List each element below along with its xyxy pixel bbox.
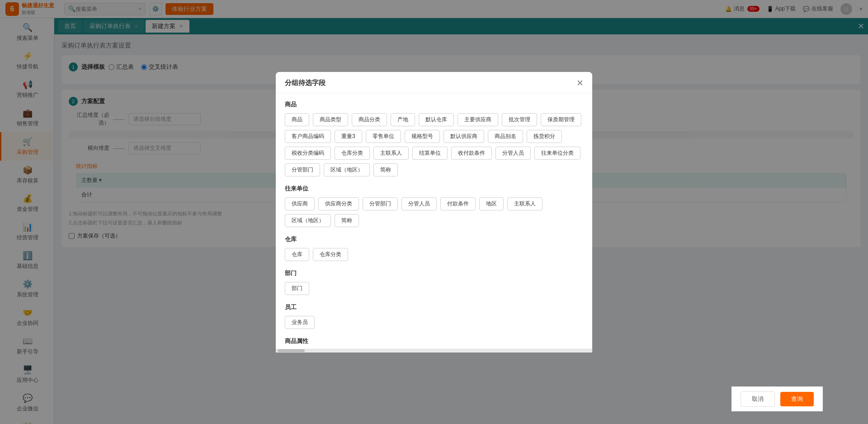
field-chip-0-5[interactable]: 主要供应商 bbox=[458, 113, 498, 126]
field-chip-0-10[interactable]: 零售单位 bbox=[366, 130, 401, 143]
cancel-button[interactable]: 取消 bbox=[741, 391, 775, 407]
field-chip-0-12[interactable]: 默认供应商 bbox=[443, 130, 484, 143]
field-chip-0-11[interactable]: 规格型号 bbox=[405, 130, 440, 143]
field-chip-0-3[interactable]: 产地 bbox=[391, 113, 415, 126]
field-group-title-3: 部门 bbox=[285, 269, 583, 277]
field-chips-1: 供应商供应商分类分管部门分管人员付款条件地区主联系人区域（地区）简称 bbox=[285, 197, 583, 227]
field-chip-1-1[interactable]: 供应商分类 bbox=[318, 197, 359, 210]
field-chip-0-24[interactable]: 简称 bbox=[373, 163, 398, 176]
field-chip-1-0[interactable]: 供应商 bbox=[285, 197, 315, 210]
field-group-title-5: 商品属性 bbox=[285, 337, 583, 345]
field-chip-0-8[interactable]: 客户商品编码 bbox=[285, 130, 331, 143]
field-chips-4: 业务员 bbox=[285, 316, 583, 329]
field-chip-1-5[interactable]: 地区 bbox=[479, 197, 504, 210]
modal-footer: 取消 查询 bbox=[731, 386, 823, 411]
field-chip-2-1[interactable]: 仓库分类 bbox=[313, 248, 348, 261]
modal-body: 商品商品商品类型商品分类产地默认仓库主要供应商批次管理保质期管理客户商品编码重量… bbox=[276, 93, 592, 349]
modal-horizontal-scrollbar[interactable] bbox=[276, 349, 592, 352]
field-chip-2-0[interactable]: 仓库 bbox=[285, 248, 309, 261]
field-chip-0-2[interactable]: 商品分类 bbox=[352, 113, 387, 126]
field-chip-1-8[interactable]: 简称 bbox=[335, 214, 359, 227]
field-group-title-0: 商品 bbox=[285, 100, 583, 109]
field-group-5: 商品属性属性颜色多规格尺码鞋码1 bbox=[285, 337, 583, 349]
field-chip-4-0[interactable]: 业务员 bbox=[285, 316, 315, 329]
field-select-modal: 分组待选字段 ✕ 商品商品商品类型商品分类产地默认仓库主要供应商批次管理保质期管… bbox=[276, 72, 592, 353]
field-chip-0-14[interactable]: 拣货积分 bbox=[527, 130, 562, 143]
field-chip-0-22[interactable]: 分管部门 bbox=[285, 163, 320, 176]
modal-title: 分组待选字段 bbox=[285, 79, 326, 87]
field-group-4: 员工业务员 bbox=[285, 303, 583, 329]
modal-hscroll-thumb[interactable] bbox=[278, 349, 305, 352]
field-chip-0-23[interactable]: 区域（地区） bbox=[324, 163, 370, 176]
field-group-title-1: 往来单位 bbox=[285, 185, 583, 193]
field-group-0: 商品商品商品类型商品分类产地默认仓库主要供应商批次管理保质期管理客户商品编码重量… bbox=[285, 100, 583, 176]
field-chip-1-6[interactable]: 主联系人 bbox=[507, 197, 542, 210]
field-chip-0-7[interactable]: 保质期管理 bbox=[541, 113, 581, 126]
field-chip-0-1[interactable]: 商品类型 bbox=[313, 113, 348, 126]
field-chip-1-7[interactable]: 区域（地区） bbox=[285, 214, 331, 227]
field-group-3: 部门部门 bbox=[285, 269, 583, 295]
modal-header: 分组待选字段 ✕ bbox=[276, 72, 592, 93]
field-chip-0-18[interactable]: 结算单位 bbox=[412, 147, 448, 160]
field-group-1: 往来单位供应商供应商分类分管部门分管人员付款条件地区主联系人区域（地区）简称 bbox=[285, 185, 583, 227]
field-chip-0-4[interactable]: 默认仓库 bbox=[419, 113, 454, 126]
field-chip-0-15[interactable]: 税收分类编码 bbox=[285, 147, 331, 160]
confirm-button[interactable]: 查询 bbox=[780, 392, 814, 406]
field-chip-0-21[interactable]: 往来单位分类 bbox=[534, 147, 580, 160]
field-chip-0-19[interactable]: 收付款条件 bbox=[451, 147, 492, 160]
modal-close-button[interactable]: ✕ bbox=[576, 78, 583, 88]
field-chips-2: 仓库仓库分类 bbox=[285, 248, 583, 261]
field-chip-0-0[interactable]: 商品 bbox=[285, 113, 309, 126]
field-chip-0-17[interactable]: 主联系人 bbox=[373, 147, 409, 160]
field-chip-0-13[interactable]: 商品别名 bbox=[488, 130, 523, 143]
field-chip-1-2[interactable]: 分管部门 bbox=[363, 197, 398, 210]
field-chips-0: 商品商品类型商品分类产地默认仓库主要供应商批次管理保质期管理客户商品编码重量3零… bbox=[285, 113, 583, 176]
field-chip-1-3[interactable]: 分管人员 bbox=[401, 197, 437, 210]
field-chip-1-4[interactable]: 付款条件 bbox=[440, 197, 476, 210]
field-chip-0-20[interactable]: 分管人员 bbox=[495, 147, 531, 160]
field-chip-0-9[interactable]: 重量3 bbox=[335, 130, 362, 143]
field-group-title-2: 仓库 bbox=[285, 235, 583, 243]
field-chips-3: 部门 bbox=[285, 282, 583, 295]
field-chip-3-0[interactable]: 部门 bbox=[285, 282, 309, 295]
modal-overlay[interactable]: 分组待选字段 ✕ 商品商品商品类型商品分类产地默认仓库主要供应商批次管理保质期管… bbox=[0, 0, 868, 424]
field-group-title-4: 员工 bbox=[285, 303, 583, 311]
field-group-2: 仓库仓库仓库分类 bbox=[285, 235, 583, 261]
field-chip-0-16[interactable]: 仓库分类 bbox=[335, 147, 370, 160]
field-chip-0-6[interactable]: 批次管理 bbox=[502, 113, 537, 126]
